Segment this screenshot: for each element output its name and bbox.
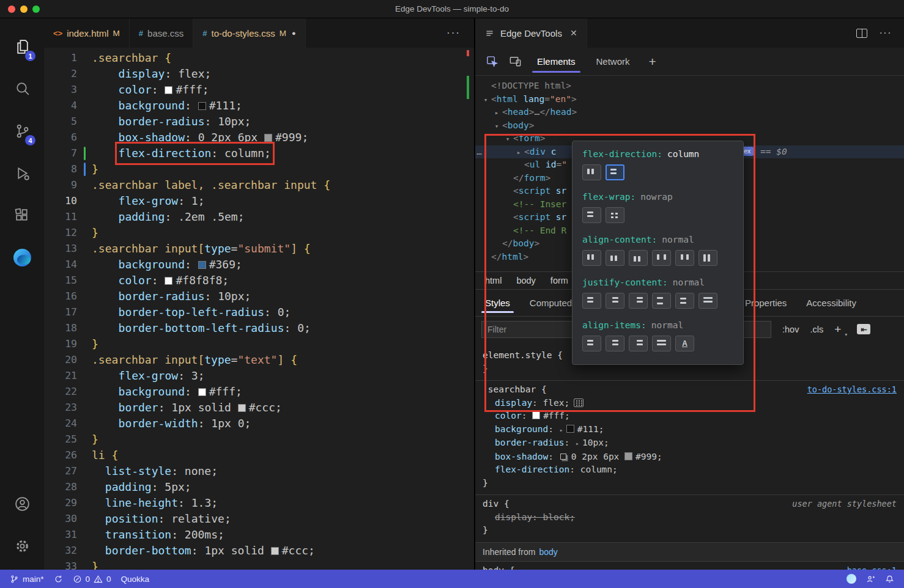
collapse-arrow-icon[interactable]: ▾	[480, 94, 491, 107]
tab-styles[interactable]: Styles	[475, 290, 520, 316]
unsaved-dot-icon[interactable]: ●	[292, 29, 296, 37]
code-line[interactable]: border-radius: 10px;	[92, 288, 474, 304]
code-line[interactable]: .searchbar input[type="text"] {	[92, 352, 474, 368]
align-content-center-icon[interactable]	[606, 250, 624, 266]
align-items-flex-start-icon[interactable]	[582, 336, 601, 351]
code-line[interactable]: color: #f8f8f8;	[92, 273, 474, 288]
style-declaration[interactable]: border-radius: ▸10px;	[483, 436, 897, 450]
code-editor[interactable]: 1234567891011121314151617181920212223242…	[44, 48, 474, 570]
code-line[interactable]: flex-grow: 3;	[92, 368, 474, 384]
flex-direction-column-icon[interactable]	[606, 164, 624, 180]
code-line[interactable]: transition: 200ms;	[92, 527, 474, 543]
breadcrumb-html[interactable]: html	[485, 276, 502, 285]
editor-actions-menu[interactable]: ···	[433, 18, 474, 48]
tab-base-css[interactable]: # base.css	[130, 18, 193, 48]
edge-status-icon[interactable]	[842, 574, 861, 584]
code-line[interactable]: padding: .2em .5em;	[92, 209, 474, 225]
extensions-icon[interactable]	[7, 194, 37, 237]
color-swatch[interactable]	[198, 102, 206, 110]
code-line[interactable]: li {	[92, 447, 474, 463]
editor-code[interactable]: .searchbar {display: flex;color: #fff;ba…	[92, 50, 474, 570]
dom-node-row[interactable]: <!DOCTYPE html>	[475, 79, 904, 93]
code-line[interactable]: }	[92, 225, 474, 241]
tab-network[interactable]: Network	[586, 48, 640, 75]
new-style-rule-icon[interactable]: +	[834, 323, 846, 336]
align-items-baseline-icon[interactable]: A	[675, 336, 694, 351]
flex-editor-icon[interactable]	[574, 399, 584, 407]
collapse-arrow-icon[interactable]: ▾	[491, 120, 502, 133]
minimap-scrollbar[interactable]	[463, 48, 474, 570]
code-line[interactable]: }	[92, 432, 474, 447]
flex-wrap-wrap-icon[interactable]	[606, 207, 624, 223]
dom-node-row[interactable]: ▸<head>…</head>	[475, 106, 904, 119]
code-line[interactable]: .searchbar {	[92, 50, 474, 66]
style-declaration[interactable]: color: #fff;	[483, 410, 897, 423]
tab-to-do-styles-css[interactable]: # to-do-styles.css M ●	[193, 18, 305, 48]
justify-content-stretch-icon[interactable]	[698, 293, 717, 309]
color-swatch[interactable]	[198, 261, 206, 269]
code-line[interactable]: box-shadow: 0 2px 6px #999;	[92, 130, 474, 145]
shadow-editor-icon[interactable]	[560, 454, 566, 460]
justify-content-space-around-icon[interactable]	[675, 293, 694, 309]
hover-state-toggle[interactable]: :hov	[782, 325, 799, 334]
settings-gear-icon[interactable]	[7, 525, 37, 567]
align-items-center-icon[interactable]	[606, 336, 624, 351]
code-line[interactable]: }	[92, 559, 474, 570]
rule-selector[interactable]: body {	[483, 564, 514, 570]
code-line[interactable]: line-height: 1.3;	[92, 495, 474, 511]
justify-content-space-between-icon[interactable]	[652, 293, 671, 309]
more-actions-icon[interactable]: ···	[880, 28, 892, 39]
align-content-flex-start-icon[interactable]	[582, 250, 601, 266]
breadcrumb-body[interactable]: body	[516, 276, 535, 285]
feedback-status[interactable]	[861, 575, 880, 584]
color-swatch[interactable]	[238, 404, 246, 412]
color-swatch[interactable]	[264, 134, 272, 142]
breadcrumb-form[interactable]: form	[550, 276, 568, 285]
align-content-space-between-icon[interactable]	[652, 250, 671, 266]
expand-shorthand-icon[interactable]: ▸	[576, 440, 579, 447]
search-icon[interactable]	[7, 68, 37, 110]
stylesheet-link[interactable]: to-do-styles.css:1	[807, 383, 897, 397]
color-swatch[interactable]	[624, 452, 632, 460]
minimize-window-button[interactable]	[20, 6, 28, 13]
close-icon[interactable]: ✕	[570, 28, 577, 38]
code-line[interactable]: border-width: 1px 0;	[92, 416, 474, 432]
color-swatch[interactable]	[566, 425, 574, 433]
add-tool-icon[interactable]: +	[640, 48, 665, 75]
notifications-status[interactable]	[880, 575, 899, 584]
explorer-icon[interactable]: 1	[7, 26, 37, 68]
tab-index-html[interactable]: <> index.html M	[44, 18, 130, 48]
align-content-flex-end-icon[interactable]	[629, 250, 648, 266]
justify-content-flex-start-icon[interactable]	[582, 293, 601, 309]
code-line[interactable]: border: 1px solid #ccc;	[92, 400, 474, 416]
color-swatch[interactable]	[198, 388, 206, 396]
inherited-body-link[interactable]: body	[539, 547, 557, 557]
code-line[interactable]: border-bottom-left-radius: 0;	[92, 320, 474, 336]
code-line[interactable]: }	[92, 336, 474, 352]
collapse-panel-icon[interactable]: ⇤	[857, 324, 870, 334]
edge-devtools-icon[interactable]	[7, 237, 37, 279]
code-line[interactable]: color: #fff;	[92, 82, 474, 98]
dom-node-row[interactable]: ▾<html lang="en">	[475, 93, 904, 106]
style-declaration[interactable]: box-shadow: 0 2px 6px #999;	[483, 450, 897, 464]
expand-arrow-icon[interactable]: ▸	[491, 106, 502, 120]
sync-status[interactable]	[49, 570, 68, 588]
tab-properties[interactable]: Properties	[735, 290, 796, 316]
code-line[interactable]: flex-grow: 1;	[92, 193, 474, 209]
expand-arrow-icon[interactable]: ▸	[513, 146, 524, 160]
dom-node-row[interactable]: ▾<body>	[475, 119, 904, 133]
justify-content-flex-end-icon[interactable]	[629, 293, 648, 309]
color-swatch[interactable]	[271, 547, 279, 555]
code-line[interactable]: background: #fff;	[92, 384, 474, 400]
account-icon[interactable]	[7, 483, 37, 525]
code-line[interactable]: .searchbar input[type="submit"] {	[92, 241, 474, 257]
device-emulation-icon[interactable]	[503, 48, 527, 75]
code-line[interactable]: background: #369;	[92, 257, 474, 273]
align-content-stretch-icon[interactable]	[698, 250, 717, 266]
code-line[interactable]: border-radius: 10px;	[92, 114, 474, 130]
split-editor-icon[interactable]	[856, 29, 867, 38]
expand-shorthand-icon[interactable]: ▸	[560, 427, 563, 433]
code-line[interactable]: display: flex;	[92, 66, 474, 82]
tab-edge-devtools[interactable]: Edge DevTools ✕	[475, 18, 587, 48]
style-declaration[interactable]: flex-direction: column;	[483, 463, 897, 477]
